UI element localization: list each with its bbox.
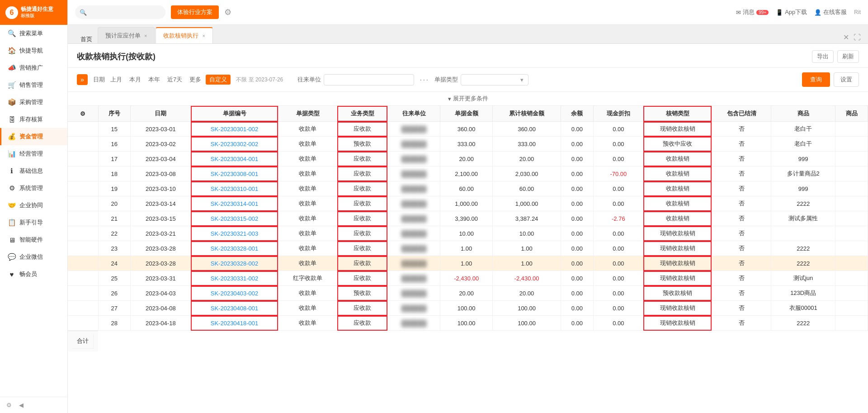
td-bill-type: 收款单 [278, 166, 337, 181]
sidebar-item-wechat[interactable]: 💬 企业微信 [0, 248, 67, 266]
td-amount: 360.00 [440, 122, 493, 137]
td-biz-type: 应收款 [337, 301, 387, 316]
gear-button[interactable]: ⚙ [224, 7, 231, 17]
bill-no-link[interactable]: SK-20230304-001 [211, 156, 259, 162]
sidebar-item-enterprise[interactable]: 🤝 企业协同 [0, 197, 67, 214]
sidebar-item-quicknav[interactable]: 🏠 快捷导航 [0, 42, 67, 59]
sidebar-item-marketing[interactable]: 📣 营销推广 [0, 59, 67, 76]
tab-payable-close-icon[interactable]: × [144, 33, 147, 38]
td-bill-no[interactable]: SK-20230314-001 [191, 196, 278, 211]
tab-close-all-icon[interactable]: ✕ [843, 33, 849, 42]
sidebar-item-hardware[interactable]: 🖥 智能硬件 [0, 231, 67, 248]
partner-filter-input[interactable] [324, 74, 414, 85]
bill-no-link[interactable]: SK-20230328-002 [211, 260, 259, 267]
td-bill-no[interactable]: SK-20230331-002 [191, 271, 278, 286]
td-bill-no[interactable]: SK-20230315-002 [191, 211, 278, 226]
tab-receiptvoid[interactable]: 收款核销执行 × [156, 27, 212, 43]
partner-filter-group: 往来单位 [297, 74, 414, 85]
industry-solution-button[interactable]: 体验行业方案 [171, 5, 219, 19]
bill-no-link[interactable]: SK-20230308-001 [211, 171, 259, 177]
td-bill-no[interactable]: SK-20230302-002 [191, 137, 278, 152]
tab-expand-icon[interactable]: ⛶ [854, 33, 861, 42]
bill-no-link[interactable]: SK-20230302-002 [211, 141, 259, 147]
date-opt-custom[interactable]: 自定义 [206, 75, 231, 85]
export-button[interactable]: 导出 [812, 50, 834, 63]
td-bill-no[interactable]: SK-20230328-002 [191, 256, 278, 271]
bill-no-link[interactable]: SK-20230328-001 [211, 245, 259, 252]
td-bill-no[interactable]: SK-20230304-001 [191, 152, 278, 166]
td-discount: 0.00 [593, 316, 643, 331]
online-service-button[interactable]: 👤 在线客服 [814, 8, 847, 16]
sidebar-item-label: 畅会员 [19, 270, 37, 278]
th-amount: 单据金额 [440, 106, 493, 122]
td-goods2 [835, 122, 868, 137]
bill-no-link[interactable]: SK-20230403-002 [211, 290, 259, 297]
sidebar-item-inventory[interactable]: 🗄 库存核算 [0, 111, 67, 128]
date-opt-more[interactable]: 更多 [187, 75, 204, 85]
bill-no-link[interactable]: SK-20230331-002 [211, 275, 259, 282]
sidebar-item-basic[interactable]: ℹ 基础信息 [0, 162, 67, 180]
bill-no-link[interactable]: SK-20230418-001 [211, 320, 259, 327]
tab-home[interactable]: 首页 [75, 35, 98, 43]
table-footer-row: 合计 [68, 331, 98, 351]
header-search[interactable]: 🔍 [75, 5, 165, 19]
th-settings[interactable]: ⚙ [68, 106, 98, 122]
setting-button[interactable]: 设置 [834, 72, 859, 87]
sidebar-item-search[interactable]: 🔍 搜索菜单 [0, 25, 67, 42]
tab-receiptvoid-close-icon[interactable]: × [202, 33, 205, 38]
date-opt-thisyear[interactable]: 本年 [146, 75, 163, 85]
date-opt-7days[interactable]: 近7天 [165, 75, 185, 85]
date-filter-group: 日期 上月 本月 本年 近7天 更多 自定义 [93, 75, 231, 85]
sidebar-item-finance[interactable]: 💰 资金管理 [0, 128, 67, 145]
th-balance: 余额 [561, 106, 594, 122]
sidebar-item-purchase[interactable]: 📦 采购管理 [0, 94, 67, 111]
td-amount: 3,390.00 [440, 211, 493, 226]
td-partner: ██████ [387, 301, 440, 316]
message-button[interactable]: ✉ 消息 99+ [736, 8, 769, 16]
sidebar-item-system[interactable]: ⚙ 系统管理 [0, 180, 67, 197]
bill-no-link[interactable]: SK-20230314-001 [211, 200, 259, 207]
query-button[interactable]: 查询 [802, 72, 830, 87]
td-bill-no[interactable]: SK-20230403-002 [191, 286, 278, 301]
bill-no-link[interactable]: SK-20230408-001 [211, 305, 259, 312]
td-bill-no[interactable]: SK-20230321-003 [191, 226, 278, 241]
td-bill-no[interactable]: SK-20230308-001 [191, 166, 278, 181]
td-partner: ██████ [387, 137, 440, 152]
date-opt-lastmonth[interactable]: 上月 [108, 75, 125, 85]
refresh-button[interactable]: 刷新 [837, 50, 859, 63]
filter-toggle-button[interactable]: » [77, 74, 88, 85]
bill-no-link[interactable]: SK-20230310-001 [211, 185, 259, 192]
sidebar-item-member[interactable]: ♥ 畅会员 [0, 266, 67, 283]
bill-no-link[interactable]: SK-20230315-002 [211, 215, 259, 222]
td-bill-no[interactable]: SK-20230328-001 [191, 241, 278, 256]
filter-more-dots[interactable]: ··· [420, 75, 429, 85]
td-bill-no[interactable]: SK-20230310-001 [191, 181, 278, 196]
table-body: 152023-03-01SK-20230301-002收款单应收款██████3… [68, 122, 868, 331]
date-opt-thismonth[interactable]: 本月 [127, 75, 144, 85]
td-bill-no[interactable]: SK-20230418-001 [191, 316, 278, 331]
td-verified: 1,000.00 [493, 196, 561, 211]
sidebar-item-sales[interactable]: 🛒 销售管理 [0, 76, 67, 94]
td-goods: 测试jun [771, 271, 835, 286]
settings-bottom-icon[interactable]: ⚙ [6, 402, 12, 408]
table-row: 242023-03-28SK-20230328-002收款单应收款██████1… [68, 256, 868, 271]
collapse-icon[interactable]: ◀ [19, 402, 24, 408]
tab-payable[interactable]: 预计应应付单 × [98, 27, 155, 43]
sidebar-item-operations[interactable]: 📊 经营管理 [0, 145, 67, 162]
expand-conditions-button[interactable]: ▾ 展开更多条件 [448, 95, 488, 103]
receipt-type-select[interactable]: ▾ [461, 74, 528, 85]
table-row: 252023-03-31SK-20230331-002红字收款单应收款█████… [68, 271, 868, 286]
bill-no-link[interactable]: SK-20230321-003 [211, 230, 259, 237]
td-discount: 0.00 [593, 286, 643, 301]
app-download-button[interactable]: 📱 App下载 [776, 8, 807, 16]
wechat-icon: 💬 [8, 253, 16, 261]
bill-no-link[interactable]: SK-20230301-002 [211, 126, 259, 133]
td-discount: 0.00 [593, 137, 643, 152]
th-verified: 累计核销金额 [493, 106, 561, 122]
td-verified: 1.00 [493, 241, 561, 256]
top-header: 🔍 体验行业方案 ⚙ ✉ 消息 99+ 📱 App下载 👤 在线客服 Rit [68, 0, 868, 25]
td-bill-no[interactable]: SK-20230408-001 [191, 301, 278, 316]
sidebar-item-guide[interactable]: 📋 新手引导 [0, 214, 67, 231]
th-verify-type: 核销类型 [643, 106, 712, 122]
td-bill-no[interactable]: SK-20230301-002 [191, 122, 278, 137]
